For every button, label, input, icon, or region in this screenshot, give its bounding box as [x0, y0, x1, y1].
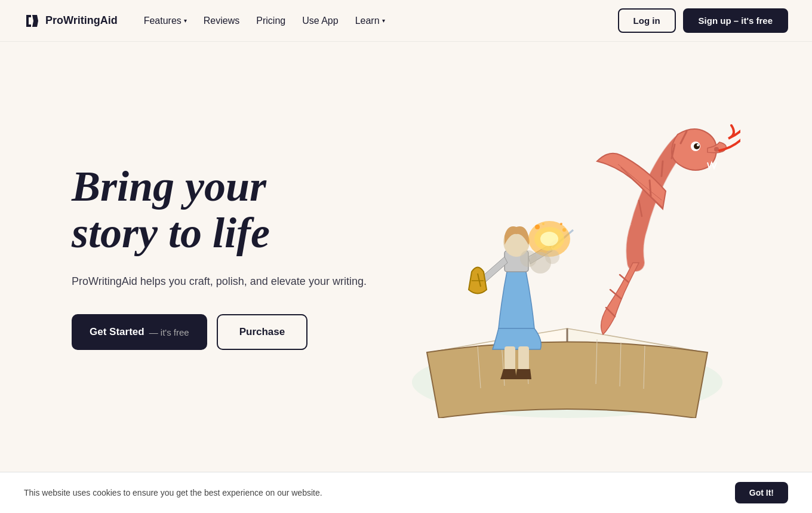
- purchase-button[interactable]: Purchase: [217, 314, 308, 350]
- hero-content: Bring your story to life ProWritingAid h…: [72, 164, 367, 350]
- logo[interactable]: ProWritingAid: [24, 13, 118, 29]
- hero-section: Bring your story to life ProWritingAid h…: [0, 42, 812, 472]
- nav-right: Log in Sign up – it's free: [618, 8, 788, 33]
- hero-buttons: Get Started — it's free Purchase: [72, 314, 367, 350]
- hero-subtitle: ProWritingAid helps you craft, polish, a…: [72, 273, 367, 290]
- features-chevron-icon: ▾: [184, 17, 187, 24]
- nav-reviews[interactable]: Reviews: [196, 11, 247, 31]
- navbar: ProWritingAid Features ▾ Reviews Pricing…: [0, 0, 812, 42]
- dragon-group: [597, 125, 740, 334]
- logo-text: ProWritingAid: [45, 14, 118, 27]
- hero-illustration: [394, 96, 740, 418]
- svg-point-15: [540, 232, 558, 246]
- knight-dragon-illustration: [394, 96, 740, 418]
- nav-use-app[interactable]: Use App: [295, 11, 345, 31]
- hero-title: Bring your story to life: [72, 164, 367, 257]
- nav-pricing[interactable]: Pricing: [249, 11, 293, 31]
- svg-rect-11: [505, 346, 515, 370]
- svg-point-23: [714, 147, 719, 152]
- svg-rect-12: [518, 346, 529, 370]
- svg-point-26: [520, 250, 537, 267]
- nav-learn[interactable]: Learn ▾: [348, 11, 392, 31]
- nav-left: ProWritingAid Features ▾ Reviews Pricing…: [24, 11, 392, 31]
- learn-chevron-icon: ▾: [382, 17, 385, 24]
- cookie-accept-button[interactable]: Got It!: [735, 482, 788, 503]
- get-started-button[interactable]: Get Started — it's free: [72, 314, 207, 350]
- svg-point-22: [697, 144, 699, 146]
- logo-icon: [24, 13, 41, 29]
- book-group: [427, 328, 708, 418]
- svg-point-16: [535, 225, 540, 229]
- nav-links: Features ▾ Reviews Pricing Use App Learn…: [137, 11, 392, 31]
- cookie-message: This website uses cookies to ensure you …: [24, 488, 322, 497]
- login-button[interactable]: Log in: [618, 8, 676, 33]
- svg-point-18: [542, 223, 545, 225]
- svg-point-25: [545, 250, 559, 264]
- svg-point-21: [694, 143, 700, 149]
- nav-features[interactable]: Features ▾: [137, 11, 194, 31]
- svg-point-17: [562, 228, 566, 232]
- cookie-banner: This website uses cookies to ensure you …: [0, 472, 812, 513]
- svg-point-19: [560, 223, 562, 225]
- signup-button[interactable]: Sign up – it's free: [683, 8, 788, 33]
